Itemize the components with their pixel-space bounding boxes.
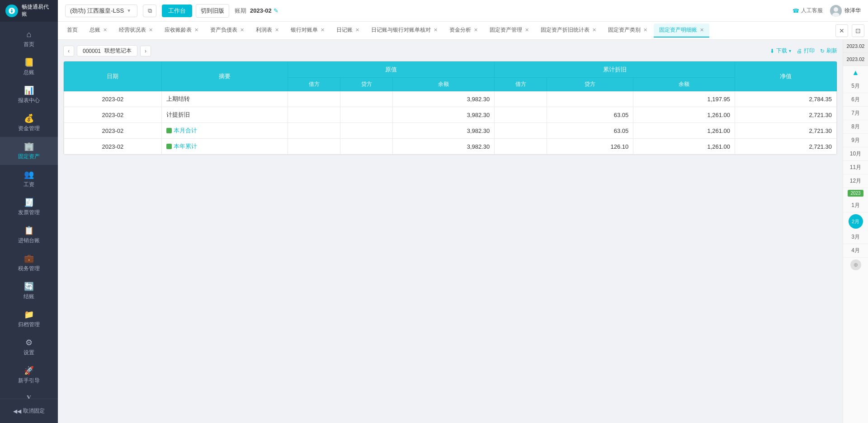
month-11[interactable]: 11月	[843, 161, 868, 174]
month-2023-2[interactable]: 2月	[849, 214, 863, 229]
purchase-sales-icon: 📋	[24, 226, 34, 235]
print-label: 打印	[804, 47, 815, 55]
tab-business[interactable]: 经营状况表 ✕	[113, 24, 158, 38]
sidebar-item-reports[interactable]: 📊 报表中心	[0, 81, 58, 109]
sidebar-item-archive[interactable]: 📁 归档管理	[0, 305, 58, 333]
tab-depreciation-stats[interactable]: 固定资产折旧统计表 ✕	[535, 24, 602, 38]
sidebar-item-tax[interactable]: 💼 税务管理	[0, 249, 58, 277]
sidebar: 畅捷通易代账 ⌂ 首页 📒 总账 📊 报表中心 💰 资金管理 🏢 固定资产 👥 …	[0, 0, 58, 423]
date-panel-scroll-indicator[interactable]: ⊕	[850, 259, 861, 270]
expand-tabs-button[interactable]: ⊡	[852, 24, 864, 37]
sidebar-item-purchase-sales[interactable]: 📋 进销台账	[0, 221, 58, 249]
main-area: (劲功) 江西服皇-LSS ▼ ⧉ 工作台 切到旧版 账期 2023-02 ✎ …	[58, 0, 868, 423]
reports-icon: 📊	[24, 85, 34, 95]
cell-accum-credit-2: 63.05	[547, 107, 633, 123]
tab-home[interactable]: 首页	[61, 24, 83, 38]
asset-next-button[interactable]: ›	[140, 46, 151, 56]
asset-prev-button[interactable]: ‹	[63, 46, 74, 56]
asset-tag[interactable]: 000001 联想笔记本	[77, 45, 137, 56]
tab-journal[interactable]: 日记账 ✕	[331, 24, 365, 38]
tab-journal-close[interactable]: ✕	[355, 27, 359, 33]
refresh-button[interactable]: ↻ 刷新	[820, 47, 837, 55]
content-area: ‹ 000001 联想笔记本 › ⬇ 下载 ▾ 🖨 打印	[58, 40, 868, 423]
sidebar-item-funds[interactable]: 💰 资金管理	[0, 109, 58, 137]
cell-net-value-2: 2,721.30	[735, 107, 837, 123]
print-button[interactable]: 🖨 打印	[797, 47, 815, 55]
user-menu[interactable]: 徐泽华	[830, 5, 861, 17]
tab-dep-stats-close[interactable]: ✕	[592, 27, 596, 33]
tab-profit-close[interactable]: ✕	[275, 27, 279, 33]
tab-bank-statement[interactable]: 银行对账单 ✕	[285, 24, 330, 38]
sidebar-item-salary[interactable]: 👥 工资	[0, 165, 58, 193]
month-2023-4[interactable]: 4月	[843, 244, 868, 258]
tab-ledger-close[interactable]: ✕	[103, 27, 107, 33]
tab-business-close[interactable]: ✕	[149, 27, 153, 33]
cell-accum-credit-1	[547, 91, 633, 107]
workspace-button[interactable]: 工作台	[162, 5, 192, 17]
tab-ledger[interactable]: 总账 ✕	[84, 24, 113, 38]
month-6[interactable]: 6月	[843, 93, 868, 107]
month-2023-3[interactable]: 3月	[843, 230, 868, 244]
month-2023-1[interactable]: 1月	[843, 199, 868, 212]
sidebar-item-home[interactable]: ⌂ 首页	[0, 25, 58, 53]
unpin-button[interactable]: ◀◀ 取消固定	[0, 404, 58, 418]
service-icon: ☎	[793, 8, 799, 14]
sidebar-item-fixed-assets[interactable]: 🏢 固定资产	[0, 137, 58, 165]
download-button[interactable]: ⬇ 下载 ▾	[770, 47, 791, 55]
asset-nav: ‹ 000001 联想笔记本 › ⬇ 下载 ▾ 🖨 打印	[63, 45, 837, 56]
month-9[interactable]: 9月	[843, 134, 868, 147]
tabbar: 首页 总账 ✕ 经营状况表 ✕ 应收账龄表 ✕ 资产负债表 ✕ 利润表 ✕ 银行…	[58, 22, 868, 40]
cell-accum-balance-4: 1,261.00	[633, 139, 735, 155]
tab-asset-category[interactable]: 固定资产类别 ✕	[603, 24, 653, 38]
tab-asset-detail[interactable]: 固定资产明细账 ✕	[654, 24, 709, 38]
copy-company-button[interactable]: ⧉	[143, 5, 156, 17]
tab-journal-bank[interactable]: 日记账与银行对账单核对 ✕	[366, 24, 443, 38]
cell-orig-balance-1: 3,982.30	[393, 91, 495, 107]
sidebar-item-invoice[interactable]: 🧾 发票管理	[0, 193, 58, 221]
tab-profit[interactable]: 利润表 ✕	[250, 24, 284, 38]
user-name: 徐泽华	[844, 7, 861, 14]
date-panel-up-arrow[interactable]: ▲	[843, 66, 868, 80]
tab-balance-close[interactable]: ✕	[240, 27, 244, 33]
cell-summary-1: 上期结转	[161, 91, 288, 107]
tab-fund-close[interactable]: ✕	[474, 27, 478, 33]
tab-asset-mgmt[interactable]: 固定资产管理 ✕	[484, 24, 534, 38]
sidebar-item-ledger[interactable]: 📒 总账	[0, 53, 58, 81]
sidebar-bottom: ◀◀ 取消固定	[0, 399, 58, 423]
sidebar-item-member[interactable]: V 畅会员	[0, 389, 58, 399]
cell-summary-4: 本年累计	[161, 139, 288, 155]
sidebar-label-home: 首页	[24, 41, 34, 48]
tab-balance-sheet[interactable]: 资产负债表 ✕	[205, 24, 250, 38]
month-7[interactable]: 7月	[843, 107, 868, 120]
cell-accum-balance-2: 1,261.00	[633, 107, 735, 123]
month-5[interactable]: 5月	[843, 80, 868, 93]
tab-asset-mgmt-label: 固定资产管理	[490, 26, 522, 34]
tab-journal-bank-close[interactable]: ✕	[434, 27, 438, 33]
col-orig-credit: 贷方	[340, 78, 393, 91]
tab-asset-cat-close[interactable]: ✕	[643, 27, 647, 33]
switch-old-button[interactable]: 切到旧版	[196, 4, 229, 18]
table-row: 2023-02 本月合计 3,982.30 63.0	[64, 123, 837, 139]
sidebar-item-guide[interactable]: 🚀 新手引导	[0, 361, 58, 389]
month-8[interactable]: 8月	[843, 120, 868, 134]
asset-detail-table: 日期 摘要 原值 累计折旧 净值 借方 贷方 余额 借方 贷方 余额	[64, 61, 837, 155]
close-all-tabs-button[interactable]: ✕	[835, 24, 848, 37]
customer-service-button[interactable]: ☎ 人工客服	[793, 7, 823, 14]
tab-fund-analysis[interactable]: 资金分析 ✕	[444, 24, 483, 38]
asset-code: 000001	[83, 48, 101, 54]
tab-receivable-close[interactable]: ✕	[194, 27, 198, 33]
tab-asset-detail-close[interactable]: ✕	[700, 27, 704, 33]
company-selector[interactable]: (劲功) 江西服皇-LSS ▼	[65, 5, 137, 17]
sidebar-item-settings[interactable]: ⚙ 设置	[0, 333, 58, 361]
tab-bank-close[interactable]: ✕	[321, 27, 325, 33]
month-12[interactable]: 12月	[843, 174, 868, 188]
month-10[interactable]: 10月	[843, 147, 868, 161]
tab-receivable[interactable]: 应收账龄表 ✕	[159, 24, 204, 38]
date-panel-header-2: 2023.02	[843, 53, 868, 66]
sidebar-item-settlement[interactable]: 🔄 结账	[0, 277, 58, 305]
cell-accum-debit-4	[495, 139, 547, 155]
year-badge[interactable]: 2023	[848, 190, 863, 197]
tab-asset-mgmt-close[interactable]: ✕	[525, 27, 529, 33]
period-edit-icon[interactable]: ✎	[274, 7, 278, 14]
col-orig-debit: 借方	[288, 78, 340, 91]
